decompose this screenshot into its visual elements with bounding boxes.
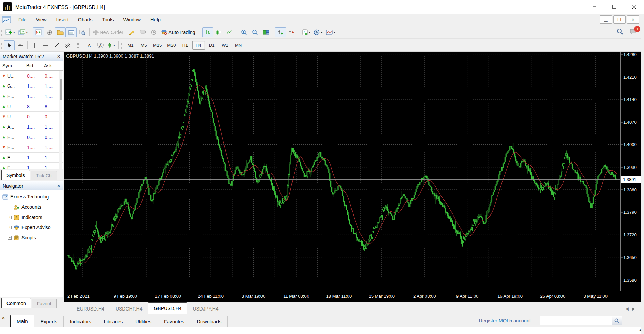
tab-favorit[interactable]: Favorit [32, 299, 57, 308]
scrollbar-thumb[interactable] [60, 79, 62, 100]
crosshair-button[interactable] [15, 40, 26, 50]
notifications-icon[interactable]: 1 [630, 28, 637, 36]
chart-tab-usdjpy-h4[interactable]: USDJPY,H4 [187, 304, 224, 314]
tabs-scroll-left-icon[interactable]: ◀ [626, 306, 629, 311]
toolbox-tab-favorites[interactable]: Favorites [158, 316, 191, 327]
mdi-minimize-button[interactable]: ▁ [600, 15, 612, 24]
toolbox-tab-utilities[interactable]: Utilities [129, 316, 158, 327]
mdi-restore-button[interactable]: ❐ [613, 15, 626, 24]
timeframe-M5[interactable]: M5 [137, 41, 150, 50]
expand-plus-icon[interactable]: + [8, 226, 12, 229]
search-button[interactable] [612, 316, 622, 325]
timeframe-M1[interactable]: M1 [124, 41, 137, 50]
market-watch-toggle[interactable] [33, 27, 44, 37]
bar-chart-button[interactable] [202, 27, 213, 37]
search-input[interactable] [540, 317, 612, 325]
column-header-bid[interactable]: Bid [24, 61, 42, 70]
expand-plus-icon[interactable]: + [8, 236, 12, 240]
toolbox-tab-experts[interactable]: Experts [34, 316, 64, 327]
symbol-row[interactable]: ▼E...1....1.... [0, 142, 63, 153]
navigator-toggle[interactable] [55, 27, 66, 37]
symbol-row[interactable]: ▲U...8...8... [0, 101, 63, 112]
symbol-row[interactable]: ▲G...1....1.... [0, 81, 63, 91]
symbol-row[interactable]: ▲E...0....0.... [0, 132, 63, 142]
navigator-item-indicators[interactable]: +fIndicators [0, 212, 63, 222]
menu-item-window[interactable]: Window [118, 15, 146, 25]
navigator-item-exness-technolog[interactable]: Exness Technolog [0, 192, 63, 202]
column-header-sym[interactable]: Sym... [0, 61, 24, 70]
register-mql5-link[interactable]: Register MQL5 account [479, 318, 531, 323]
symbol-row[interactable]: ▼U...0....0.... [0, 71, 63, 81]
close-icon[interactable]: ✕ [2, 316, 5, 320]
column-header-ask[interactable]: Ask [42, 61, 60, 70]
navigator-item-expert-adviso[interactable]: +Expert Adviso [0, 222, 63, 233]
close-icon[interactable]: ✕ [57, 184, 60, 188]
close-button[interactable] [624, 0, 644, 14]
profiles-button[interactable]: ▾ [17, 27, 30, 37]
zoom-out-button[interactable] [250, 27, 260, 37]
menu-item-insert[interactable]: Insert [51, 15, 73, 25]
equidistant-channel-button[interactable] [62, 40, 73, 50]
zoom-in-button[interactable] [239, 27, 250, 37]
strategy-tester-button[interactable] [77, 27, 88, 37]
symbol-row[interactable]: ▲E11 [0, 163, 63, 169]
autotrading-button[interactable]: AutoTrading [159, 27, 198, 37]
minimize-button[interactable] [585, 0, 604, 14]
price-axis[interactable]: 1.42801.42101.41401.40701.40001.39301.38… [620, 52, 641, 291]
symbol-row[interactable]: ▼U...0....0.... [0, 112, 63, 122]
trendline-button[interactable] [51, 40, 62, 50]
symbol-row[interactable]: ▲E...1....1.... [0, 153, 63, 163]
time-axis[interactable]: 2 Feb 20219 Feb 19:0017 Feb 03:0024 Feb … [64, 291, 641, 302]
line-chart-button[interactable] [224, 27, 235, 37]
auto-scroll-button[interactable] [275, 27, 286, 37]
toolbox-tab-libraries[interactable]: Libraries [98, 316, 130, 327]
menu-item-charts[interactable]: Charts [73, 15, 98, 25]
chart-tab-usdchf-h4[interactable]: USDCHF,H4 [110, 304, 148, 314]
symbol-row[interactable]: ▲A...1....1.... [0, 122, 63, 132]
symbol-row[interactable]: ▲E...1....1.... [0, 91, 63, 101]
chart-tab-eurusd-h4[interactable]: EURUSD,H4 [71, 304, 110, 314]
timeframe-H4[interactable]: H4 [192, 41, 205, 50]
tab-symbols[interactable]: Symbols [1, 170, 30, 180]
menu-item-view[interactable]: View [31, 15, 51, 25]
maximize-button[interactable] [604, 0, 624, 14]
timeframe-M30[interactable]: M30 [165, 41, 178, 50]
toolbox-tab-indicators[interactable]: Indicators [64, 316, 98, 327]
chart-tab-gbpusd-h4[interactable]: GBPUSD,H4 [148, 302, 187, 314]
navigator-item-scripts[interactable]: +Scripts [0, 233, 63, 243]
timeframe-M15[interactable]: M15 [151, 41, 164, 50]
timeframe-W1[interactable]: W1 [219, 41, 231, 50]
tabs-scroll-right-icon[interactable]: ▶ [632, 306, 635, 311]
mdi-close-button[interactable]: ✕ [627, 15, 639, 24]
scroll-up-icon[interactable]: ▲ [637, 328, 644, 333]
search-icon[interactable] [617, 28, 624, 36]
toolbox-tab-main[interactable]: Main [10, 315, 34, 327]
text-button[interactable]: A [84, 40, 95, 50]
navigator-item-accounts[interactable]: Accounts [0, 202, 63, 212]
menu-item-tools[interactable]: Tools [98, 15, 119, 25]
horizontal-line-button[interactable] [40, 40, 51, 50]
vertical-line-button[interactable] [29, 40, 40, 50]
candlestick-button[interactable] [213, 27, 224, 37]
expand-plus-icon[interactable]: + [8, 216, 12, 219]
tab-common[interactable]: Common [1, 298, 31, 308]
data-window-button[interactable] [44, 27, 55, 37]
new-order-button[interactable]: New Order [91, 27, 126, 37]
chart-shift-button[interactable] [286, 27, 297, 37]
indicators-list-button[interactable]: f ▾ [301, 27, 312, 37]
menu-item-file[interactable]: File [14, 15, 31, 25]
cursor-button[interactable] [4, 40, 15, 50]
metaeditor-button[interactable] [126, 27, 137, 37]
chart-plot-area[interactable] [64, 52, 620, 291]
timeframe-D1[interactable]: D1 [206, 41, 218, 50]
templates-button[interactable]: ▾ [324, 27, 337, 37]
close-icon[interactable]: ✕ [57, 54, 60, 59]
periods-button[interactable]: ▾ [312, 27, 324, 37]
timeframe-H1[interactable]: H1 [179, 41, 192, 50]
text-label-button[interactable]: A [95, 40, 106, 50]
market-watch-scrollbar[interactable] [59, 71, 62, 169]
tile-windows-button[interactable] [260, 27, 271, 37]
menu-item-help[interactable]: Help [146, 15, 165, 25]
toolbar-grip[interactable] [1, 28, 2, 36]
toolbar-grip[interactable] [1, 41, 2, 49]
